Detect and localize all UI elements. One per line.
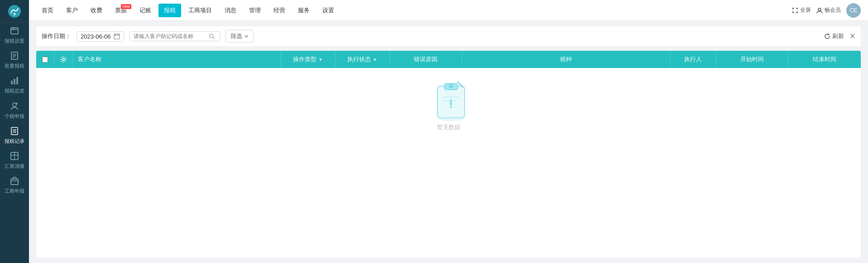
baoshui-shezhi-icon (10, 26, 19, 37)
main-area: 首页 客户 收费 票据 new 记账 报税 工商项目 消息 管理 经营 服务 设… (29, 0, 868, 263)
op-type-sort-icon: ▼ (318, 57, 323, 62)
sidebar-item-baoshui-jilu[interactable]: 报税记录 (0, 123, 29, 148)
member-button[interactable]: 畅会员 (816, 6, 841, 14)
sidebar: 报税设置 批量报税 报税总览 (0, 0, 29, 263)
date-value: 2023-06-06 (81, 33, 111, 40)
sidebar-item-baoshui-zonlan[interactable]: 报税总览 (0, 73, 29, 97)
nav-item-homepage[interactable]: 首页 (36, 4, 59, 17)
sidebar-item-piliang-baoshui[interactable]: 批量报税 (0, 48, 29, 73)
svg-rect-10 (11, 81, 13, 84)
baoshui-zonlan-icon (10, 76, 19, 87)
gongshang-nianbao-icon (10, 176, 19, 187)
th-op-type: 操作类型 ▼ (281, 51, 336, 68)
content-area: 操作日期： 2023-06-06 (29, 21, 868, 263)
svg-rect-26 (114, 34, 120, 39)
nav-item-settings[interactable]: 设置 (317, 4, 340, 17)
piliang-baoshui-icon (10, 51, 19, 62)
date-input[interactable]: 2023-06-06 (77, 31, 124, 42)
date-label: 操作日期： (42, 32, 71, 40)
svg-text:!: ! (449, 97, 453, 111)
sidebar-item-label: 报税总览 (5, 88, 24, 94)
baoshui-jilu-icon (10, 127, 19, 137)
fullscreen-label: 全屏 (800, 6, 811, 14)
svg-point-25 (818, 8, 821, 11)
svg-point-32 (62, 58, 64, 61)
empty-text: 暂无数据 (437, 123, 460, 132)
search-icon (209, 33, 215, 39)
fullscreen-button[interactable]: 全屏 (792, 6, 811, 14)
table-container: 客户名称 操作类型 ▼ 执行状态 ▼ 错误原因 税种 执行人 开始时间 结束时间 (36, 51, 861, 258)
sidebar-item-label: 汇算清缴 (5, 163, 24, 169)
svg-rect-23 (11, 179, 18, 185)
th-executor: 执行人 (671, 51, 716, 68)
sidebar-item-label: 批量报税 (5, 63, 24, 69)
huisuan-jiaona-icon (10, 151, 19, 162)
table-header: 客户名称 操作类型 ▼ 执行状态 ▼ 错误原因 税种 执行人 开始时间 结束时间 (36, 51, 861, 68)
select-all-checkbox[interactable] (42, 57, 48, 63)
th-settings (54, 51, 72, 68)
calendar-icon (114, 33, 120, 39)
nav-item-bizprojects[interactable]: 工商项目 (183, 4, 217, 17)
svg-point-30 (210, 34, 213, 38)
svg-point-0 (8, 5, 21, 18)
th-exec-status: 执行状态 ▼ (336, 51, 390, 68)
nav-item-messages[interactable]: 消息 (219, 4, 242, 17)
table-scroll[interactable]: ! 暂无数据 (36, 68, 861, 258)
search-box (129, 31, 220, 41)
close-button[interactable]: ✕ (849, 33, 855, 40)
svg-rect-2 (11, 28, 18, 34)
settings-icon (60, 56, 67, 63)
th-checkbox[interactable] (36, 51, 54, 68)
member-label: 畅会员 (825, 6, 841, 14)
svg-point-5 (14, 28, 14, 29)
th-end-time: 结束时间 (788, 51, 861, 68)
empty-state: ! 暂无数据 (36, 68, 861, 141)
page-content: 操作日期： 2023-06-06 (29, 21, 868, 263)
search-input[interactable] (134, 33, 206, 39)
exec-status-sort-icon: ▼ (373, 57, 377, 62)
toolbar: 操作日期： 2023-06-06 (36, 26, 861, 46)
new-badge: new (121, 4, 131, 9)
sidebar-item-label: 报税设置 (5, 38, 24, 44)
th-client-name: 客户名称 (72, 51, 281, 68)
sidebar-item-baoshui-shezhi[interactable]: 报税设置 (0, 23, 29, 48)
empty-illustration: ! (431, 77, 467, 118)
svg-point-13 (13, 103, 16, 107)
th-tax-type: 税种 (462, 51, 671, 68)
svg-point-41 (438, 117, 464, 121)
sidebar-item-gongshang-nianbao[interactable]: 工商年报 (0, 173, 29, 198)
sidebar-item-geshuishenbao[interactable]: 个税申报 (0, 98, 29, 123)
th-start-time: 开始时间 (716, 51, 788, 68)
refresh-button[interactable]: 刷新 (824, 32, 844, 40)
refresh-label: 刷新 (832, 32, 844, 40)
sidebar-logo (0, 0, 29, 23)
nav-item-invoicing[interactable]: 收费 (85, 4, 108, 17)
nav-item-operations[interactable]: 经营 (268, 4, 291, 17)
nav-right: 全屏 畅会员 CE (792, 3, 861, 18)
svg-line-31 (213, 37, 215, 39)
geshuishenbao-icon (10, 102, 19, 112)
svg-rect-11 (14, 79, 15, 84)
filter-label: 筛选 (230, 32, 242, 40)
nav-item-accounting[interactable]: 记账 (134, 4, 157, 17)
sidebar-item-label: 报税记录 (5, 138, 24, 144)
svg-point-1 (13, 13, 16, 15)
sidebar-item-label: 个税申报 (5, 113, 24, 119)
avatar[interactable]: CE (846, 3, 861, 18)
svg-rect-12 (16, 77, 18, 84)
chevron-down-icon (244, 34, 249, 39)
svg-point-4 (12, 28, 13, 29)
nav-item-management[interactable]: 管理 (244, 4, 266, 17)
nav-item-customers[interactable]: 客户 (61, 4, 83, 17)
svg-point-35 (449, 84, 453, 88)
th-error-reason: 错误原因 (390, 51, 462, 68)
refresh-icon (824, 33, 830, 39)
filter-button[interactable]: 筛选 (225, 30, 254, 43)
nav-item-tax[interactable]: 报税 (158, 4, 181, 17)
nav-item-services[interactable]: 服务 (293, 4, 315, 17)
sidebar-item-huisuan-jiaona[interactable]: 汇算清缴 (0, 148, 29, 173)
nav-item-tickets[interactable]: 票据 new (110, 4, 132, 17)
nav-items: 首页 客户 收费 票据 new 记账 报税 工商项目 消息 管理 经营 服务 设… (36, 4, 792, 17)
top-nav: 首页 客户 收费 票据 new 记账 报税 工商项目 消息 管理 经营 服务 设… (29, 0, 868, 21)
sidebar-item-label: 工商年报 (5, 188, 24, 194)
